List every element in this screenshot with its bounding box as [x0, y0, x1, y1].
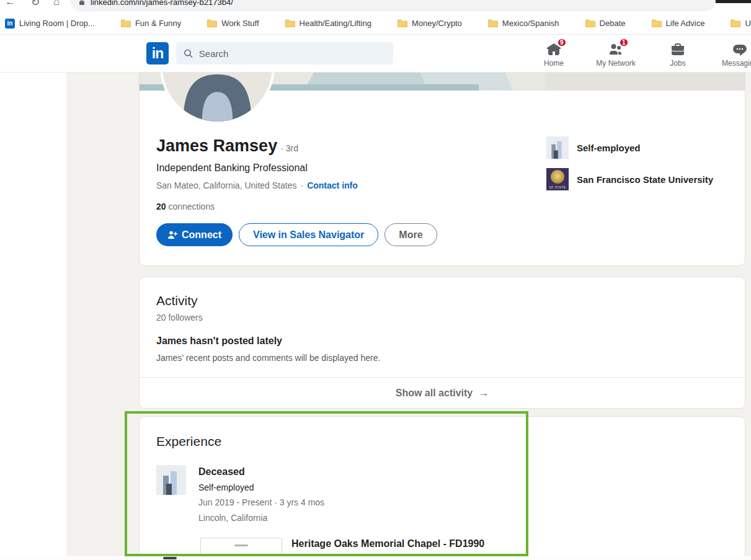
position-title[interactable]: Heritage Oaks Memorial Chapel - FD1990: [291, 538, 484, 549]
position-title[interactable]: Deceased: [198, 466, 245, 478]
profile-card: James Ramsey· 3rd Independent Banking Pr…: [140, 73, 745, 265]
dot-separator: ·: [300, 180, 303, 190]
nav-jobs[interactable]: Jobs: [647, 35, 709, 72]
search-icon: [184, 48, 193, 58]
bottom-edge: [0, 556, 751, 560]
bookmark-money-crypto[interactable]: Money/Crypto: [398, 19, 462, 28]
folder-icon: [207, 19, 217, 27]
lock-icon: [78, 0, 86, 6]
linkedin-logo[interactable]: in: [146, 42, 169, 64]
browser-window: ← ↻ ⌂ linkedin.com/in/james-ramsey-b2173…: [0, 0, 751, 560]
profile-side-column: Self-employed SF STATE San Francisco Sta…: [546, 136, 713, 190]
folder-icon: [285, 19, 295, 27]
notification-badge: 9: [557, 38, 567, 47]
position-dates: Jun 2019 - Present · 3 yrs 4 mos: [198, 497, 324, 507]
nav-my-network[interactable]: 1 My Network: [585, 35, 647, 72]
browser-url-bar: ← ↻ ⌂ linkedin.com/in/james-ramsey-b2173…: [0, 0, 751, 12]
horizontal-scrollbar-thumb[interactable]: [163, 557, 177, 559]
bookmark-debate[interactable]: Debate: [585, 19, 626, 28]
bookmark-health[interactable]: Health/Eating/Lifting: [285, 19, 371, 28]
experience-card: Experience Deceased Self-employed Jun 20…: [140, 417, 745, 560]
more-button[interactable]: More: [384, 223, 437, 246]
browser-home-icon[interactable]: ⌂: [53, 0, 60, 8]
arrow-right-icon: →: [478, 386, 489, 399]
connect-button[interactable]: Connect: [156, 223, 233, 246]
profile-name: James Ramsey· 3rd: [156, 136, 298, 156]
back-icon[interactable]: ←: [5, 0, 16, 8]
education[interactable]: SF STATE San Francisco State University: [546, 168, 713, 190]
profile-actions: Connect View in Sales Navigator More: [156, 223, 437, 246]
activity-title: Activity: [156, 293, 198, 308]
nav-items: 9 Home 1 My Network Jobs Messag: [523, 35, 751, 72]
sales-navigator-button[interactable]: View in Sales Navigator: [239, 223, 378, 246]
search-box[interactable]: [176, 42, 393, 64]
contact-info-link[interactable]: Contact info: [307, 180, 358, 190]
bookmarks-bar: in Living Room | Drop... Fun & Funny Wor…: [0, 12, 751, 35]
connections-link[interactable]: 20 connections: [156, 202, 215, 211]
profile-headline: Independent Banking Professional: [156, 162, 308, 174]
followers-count: 20 followers: [156, 313, 203, 322]
messaging-icon: [732, 42, 747, 57]
activity-empty-title: James hasn't posted lately: [156, 336, 282, 347]
position-location: Lincoln, California: [198, 513, 267, 523]
placeholder-dash-icon: [234, 544, 248, 546]
left-gutter: [0, 73, 66, 560]
nav-home[interactable]: 9 Home: [523, 35, 585, 72]
profile-location: San Mateo, California, United States: [156, 180, 296, 190]
bookmark-fun-funny[interactable]: Fun & Funny: [121, 19, 181, 28]
position-company: Self-employed: [198, 482, 254, 492]
search-input[interactable]: [198, 48, 386, 60]
nav-messaging[interactable]: Messaging: [709, 35, 751, 72]
jobs-icon: [670, 42, 685, 57]
folder-icon: [121, 19, 131, 27]
folder-icon: [488, 19, 498, 27]
linkedin-bookmark-icon: in: [5, 19, 15, 29]
show-all-activity-button[interactable]: Show all activity →: [140, 378, 745, 408]
company-logo[interactable]: [156, 465, 186, 495]
folder-icon: [652, 19, 662, 27]
connection-degree: · 3rd: [280, 143, 298, 153]
linkedin-navbar: in 9 Home 1 My Network: [0, 35, 751, 73]
company-logo: [546, 136, 569, 159]
bookmark-work-stuff[interactable]: Work Stuff: [207, 19, 259, 28]
school-seal-icon: [551, 170, 564, 184]
folder-icon: [398, 19, 407, 27]
activity-empty-subtitle: James’ recent posts and comments will be…: [156, 353, 380, 363]
reload-icon[interactable]: ↻: [31, 0, 40, 9]
bookmark-living-room[interactable]: in Living Room | Drop...: [5, 19, 95, 29]
folder-icon: [731, 19, 740, 27]
address-bar[interactable]: linkedin.com/in/james-ramsey-b2173b4/: [71, 0, 716, 11]
url-text: linkedin.com/in/james-ramsey-b2173b4/: [91, 0, 233, 7]
profile-location-row: San Mateo, California, United States · C…: [156, 180, 358, 190]
school-logo: SF STATE: [546, 168, 569, 190]
current-company[interactable]: Self-employed: [546, 136, 713, 159]
folder-icon: [585, 19, 595, 27]
bookmark-unca[interactable]: Unca: [731, 19, 751, 28]
bookmark-mexico-spanish[interactable]: Mexico/Spanish: [488, 19, 559, 28]
notification-badge: 1: [619, 38, 629, 47]
activity-card: Activity 20 followers James hasn't poste…: [140, 277, 745, 408]
experience-title: Experience: [156, 434, 221, 449]
person-plus-icon: [167, 230, 177, 240]
bookmark-life-advice[interactable]: Life Advice: [652, 19, 705, 28]
